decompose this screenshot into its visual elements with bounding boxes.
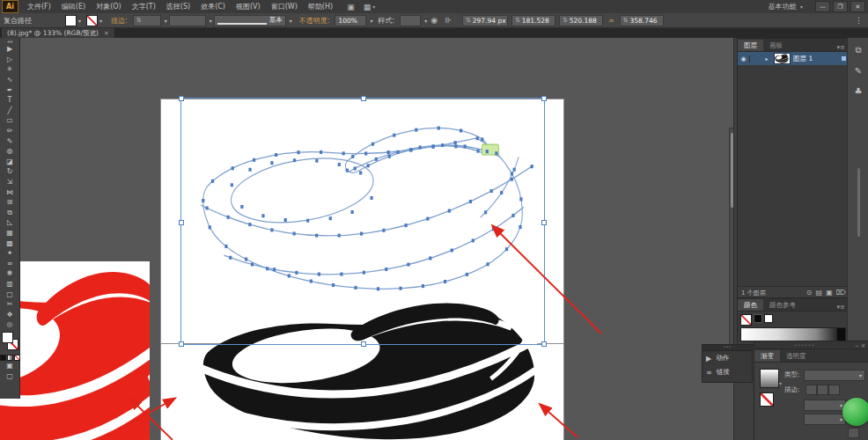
menu-item-4[interactable]: 选择(S) <box>161 0 195 13</box>
opacity-field[interactable]: 100% <box>335 15 366 26</box>
gradient-angle-field[interactable]: ▾ <box>804 400 846 411</box>
tool-lasso[interactable]: ∿ <box>2 75 18 85</box>
anchor-point[interactable] <box>354 286 357 290</box>
anchor-point[interactable] <box>224 245 227 248</box>
align-panel-icon[interactable]: ⊪ <box>445 16 452 25</box>
menu-item-7[interactable]: 窗口(W) <box>266 0 303 13</box>
anchor-point[interactable] <box>360 232 363 236</box>
h-field[interactable]: ⇅358.746 <box>620 15 664 26</box>
anchor-point[interactable] <box>266 267 268 270</box>
anchor-point[interactable] <box>346 169 349 172</box>
menu-item-0[interactable]: 文件(F) <box>22 0 56 13</box>
anchor-point[interactable] <box>422 284 424 288</box>
tab-gradient[interactable]: 渐变 <box>754 350 780 362</box>
anchor-point[interactable] <box>377 287 379 290</box>
handle-sw[interactable] <box>179 341 184 347</box>
anchor-point[interactable] <box>511 172 513 175</box>
anchor-point[interactable] <box>253 158 255 162</box>
stroke-apply-button-2[interactable] <box>817 385 828 395</box>
tool-slice[interactable]: ✂ <box>2 299 18 310</box>
document-tab[interactable]: (8).jpg* @ 133% (RGB/预览) ✕ <box>2 28 115 38</box>
layer-name[interactable]: 图层 1 <box>793 55 813 63</box>
tab-layers[interactable]: 图层 <box>738 40 763 51</box>
brush-definition-dropdown[interactable]: 基本 <box>214 15 286 26</box>
anchor-point[interactable] <box>472 238 474 242</box>
anchor-point[interactable] <box>469 200 472 203</box>
gradient-thumb-caret-icon[interactable]: ▾ <box>779 380 782 386</box>
menu-item-2[interactable]: 对象(O) <box>91 0 127 13</box>
anchor-point[interactable] <box>270 228 273 231</box>
stroke-swatch[interactable] <box>86 15 98 26</box>
menu-item-8[interactable]: 帮助(H) <box>303 0 338 13</box>
tab-color-guide[interactable]: 颜色参考 <box>763 299 802 311</box>
expand-icon[interactable]: ▸ <box>762 55 771 62</box>
visibility-eye-icon[interactable]: ◉ <box>738 55 750 62</box>
anchor-point[interactable] <box>454 141 457 144</box>
menu-item-6[interactable]: 视图(V) <box>231 0 266 13</box>
reference-image-window[interactable] <box>0 261 150 440</box>
anchor-point[interactable] <box>329 216 332 220</box>
anchor-point[interactable] <box>275 153 277 157</box>
anchor-point[interactable] <box>354 166 357 170</box>
layers-footer-icon-new-sublayer[interactable]: ▤ <box>816 289 823 297</box>
black-swatch[interactable] <box>754 314 762 323</box>
tool-pencil[interactable]: ✎ <box>2 136 18 146</box>
toolbar-collapse-icon[interactable]: ◂◂ <box>7 38 12 44</box>
tool-selection[interactable]: ▶ <box>2 44 18 55</box>
anchor-point[interactable] <box>492 227 495 231</box>
anchor-point[interactable] <box>293 231 296 235</box>
tool-column-graph[interactable]: ▥ <box>2 279 18 290</box>
anchor-point[interactable] <box>342 151 345 155</box>
anchor-point[interactable] <box>393 134 395 137</box>
gradient-mode-button[interactable] <box>7 355 13 361</box>
controlbar-more-icon[interactable]: ⋮ <box>855 16 863 25</box>
screen-mode-button[interactable]: ▢ <box>2 370 18 381</box>
menu-item-5[interactable]: 效果(C) <box>195 0 231 13</box>
tool-rotate[interactable]: ↻ <box>2 166 18 177</box>
anchor-point[interactable] <box>415 128 417 132</box>
stroke-link-label[interactable]: 描边: <box>111 16 128 26</box>
anchor-point[interactable] <box>367 164 370 167</box>
workspace-switcher[interactable]: 基本功能 ▾ <box>768 2 803 11</box>
mini-dock-row-actions[interactable]: ▶ 动作 <box>702 351 752 365</box>
anchor-point[interactable] <box>500 191 503 194</box>
anchor-point[interactable] <box>288 274 291 277</box>
anchor-point[interactable] <box>426 217 429 221</box>
anchor-point[interactable] <box>432 144 435 148</box>
handle-w[interactable] <box>179 220 184 225</box>
handle-nw[interactable] <box>179 96 184 101</box>
anchor-point[interactable] <box>251 262 254 266</box>
anchor-point[interactable] <box>399 287 401 290</box>
anchor-point[interactable] <box>338 234 341 238</box>
anchor-point[interactable] <box>318 273 320 276</box>
anchor-point[interactable] <box>388 155 391 158</box>
anchor-point[interactable] <box>486 150 489 153</box>
anchor-point[interactable] <box>229 256 232 260</box>
menu-item-1[interactable]: 编辑(E) <box>56 0 91 13</box>
gradient-thumbnail[interactable] <box>760 369 779 388</box>
tab-color[interactable]: 颜色 <box>738 299 763 311</box>
tab-close-icon[interactable]: ✕ <box>104 30 109 37</box>
recolor-artwork-icon[interactable]: ◉ <box>430 16 438 25</box>
window-button-close[interactable]: ✕ <box>850 1 865 12</box>
window-button-restore[interactable]: ❐ <box>833 1 848 12</box>
tool-type[interactable]: T <box>2 95 18 106</box>
anchor-point[interactable] <box>338 163 341 166</box>
stroke-weight-field[interactable]: ⇅ <box>133 15 161 26</box>
color-mode-button[interactable] <box>0 355 6 361</box>
anchor-point[interactable] <box>205 206 208 209</box>
tool-rectangle[interactable]: ▭ <box>2 115 18 126</box>
bridge-icon[interactable]: ▣ <box>347 3 355 11</box>
anchor-point[interactable] <box>460 128 462 132</box>
style-dropdown[interactable] <box>400 15 421 26</box>
tool-direct-selection[interactable]: ▷ <box>2 55 18 65</box>
anchor-point[interactable] <box>531 165 533 168</box>
anchor-point[interactable] <box>315 159 318 163</box>
anchor-point[interactable] <box>451 248 453 252</box>
anchor-point[interactable] <box>320 150 322 154</box>
fill-swatch[interactable] <box>65 15 77 26</box>
anchor-point[interactable] <box>454 144 457 148</box>
toolbar-fill-swatch[interactable] <box>2 332 13 343</box>
anchor-point[interactable] <box>306 219 309 223</box>
anchor-point[interactable] <box>332 283 335 287</box>
